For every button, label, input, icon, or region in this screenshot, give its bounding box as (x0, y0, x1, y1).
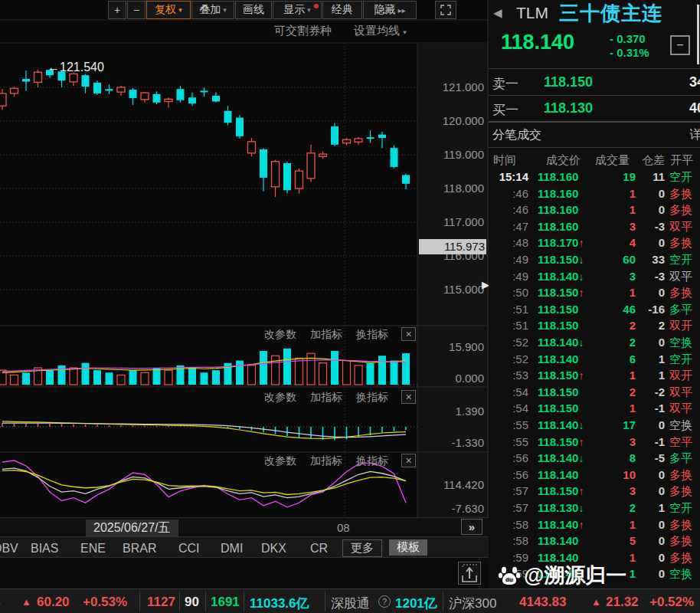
tick-open-close-flag: 空换 (669, 567, 692, 582)
export-button[interactable] (458, 562, 481, 585)
question-circle-icon[interactable]: ? (378, 595, 391, 608)
panel-menu-edit-params[interactable]: 改参数 (264, 328, 296, 342)
market-turnover[interactable]: 11033.6亿 (250, 595, 309, 612)
unchanged-count[interactable]: 90 (185, 595, 199, 610)
tab-dmi[interactable]: DMI (221, 542, 243, 556)
overlay-button[interactable]: 叠加▾ (191, 1, 234, 19)
downtick-arrow-icon: ↓ (578, 254, 584, 266)
panel-menu-edit-params[interactable]: 改参数 (264, 391, 296, 405)
tab-bias[interactable]: BIAS (31, 542, 58, 556)
date-label: 2025/06/27/五 (86, 520, 178, 537)
hs300-label[interactable]: 沪深300 (449, 595, 496, 612)
template-button[interactable]: 模板 (389, 539, 427, 556)
tick-row[interactable]: :49118.140↓3-3双平 (489, 270, 700, 287)
tick-row[interactable]: :49118.150↓6033空开 (489, 253, 700, 270)
tick-row[interactable]: :46118.16010多换 (489, 187, 700, 204)
adjust-price-button[interactable]: 复权▾ (146, 1, 191, 19)
panel-menu-switch-indicator[interactable]: 换指标 (356, 454, 388, 468)
tab-ene[interactable]: ENE (80, 542, 106, 556)
scroll-right-button[interactable]: » (461, 519, 482, 535)
price-marker-label: 115.973 (419, 239, 486, 254)
display-button[interactable]: 显示▾ (273, 1, 322, 19)
index-change[interactable]: 60.20 (37, 595, 70, 610)
northbound-amount[interactable]: 1201亿 (395, 595, 437, 612)
tick-row[interactable]: 15:14118.1601911空开 (489, 170, 700, 187)
panel-menu-switch-indicator[interactable]: 换指标 (356, 391, 388, 405)
tick-open-close-flag: 双平 (669, 220, 692, 234)
price-axis-label: 119.000 (420, 148, 484, 161)
panel-menu-add-indicator[interactable]: 加指标 (310, 454, 342, 468)
close-panel-icon[interactable]: ✕ (401, 327, 416, 341)
tick-oi-change: 0 (637, 534, 665, 547)
tab-brar[interactable]: BRAR (123, 542, 156, 556)
indicator-axis-value: 0.000 (420, 372, 484, 385)
classic-button[interactable]: 经典 (322, 1, 362, 19)
tick-volume: 6 (587, 352, 636, 366)
panel-menu-add-indicator[interactable]: 加指标 (310, 328, 342, 342)
tick-volume: 8 (587, 451, 636, 464)
zoom-in-button[interactable]: + (108, 1, 126, 19)
tick-row[interactable]: :52118.140↓20空换 (489, 336, 700, 352)
tab-cci[interactable]: CCI (178, 542, 200, 556)
panel-menu-switch-indicator[interactable]: 换指标 (356, 328, 388, 342)
tick-time: 15:14 (489, 170, 528, 183)
more-indicators-button[interactable]: 更多 (342, 539, 382, 557)
close-panel-icon[interactable]: ✕ (401, 390, 416, 404)
fullscreen-button[interactable] (435, 1, 456, 19)
close-panel-icon[interactable]: ✕ (401, 454, 416, 467)
tick-price: 118.150↑ (538, 484, 584, 497)
northbound-label[interactable]: 深股通 (331, 595, 370, 612)
tick-row[interactable]: :58118.140↑10多换 (489, 518, 700, 535)
tick-row[interactable]: :47118.1603-3双平 (489, 220, 700, 237)
tab-dkx[interactable]: DKX (261, 542, 286, 556)
tick-volume: 10 (587, 468, 636, 481)
tick-row[interactable]: :55118.140↓170空换 (489, 418, 700, 435)
tick-row[interactable]: :54118.1501-1双平 (489, 402, 700, 418)
tab-cr[interactable]: CR (310, 542, 328, 556)
tick-row[interactable]: :51118.15022双开 (489, 319, 700, 336)
indicator-axis-value: 15.900 (420, 340, 484, 353)
tick-volume: 19 (587, 170, 636, 183)
indicator-axis-value: -1.330 (420, 436, 484, 449)
decliners-count[interactable]: 1691 (211, 595, 240, 610)
tick-row[interactable]: :57118.130↓21空开 (489, 501, 700, 518)
tick-row[interactable]: :51118.15046-16多平 (489, 303, 700, 320)
tick-row[interactable]: :53118.150↑11双开 (489, 369, 700, 385)
tick-row[interactable]: :56118.140↓8-5多平 (489, 451, 700, 468)
tick-row[interactable]: :48118.170↑40多换 (489, 236, 700, 253)
hs300-change-pct[interactable]: +0.52% (649, 595, 694, 610)
price-axis-label: 121.000 (420, 80, 484, 93)
panel-menu-edit-params[interactable]: 改参数 (264, 454, 296, 468)
downtick-arrow-icon: ↓ (578, 270, 584, 283)
tick-volume: 1 (587, 369, 636, 382)
indicator-axis-value: 1.390 (420, 405, 484, 418)
zoom-out-button[interactable]: − (127, 1, 146, 19)
price-axis-label: 115.000 (420, 283, 484, 296)
tick-row[interactable]: :54118.1502-2双平 (489, 385, 700, 402)
main-chart[interactable] (0, 0, 489, 588)
draw-line-button[interactable]: 画线 (235, 1, 272, 19)
advancers-count[interactable]: 1127 (147, 595, 175, 610)
tick-row[interactable]: :50118.150↑10多换 (489, 286, 700, 303)
tick-oi-change: 0 (637, 286, 665, 299)
tick-row[interactable]: :56118.140100多换 (489, 468, 700, 485)
tick-row[interactable]: :57118.150↑30多换 (489, 484, 700, 501)
tick-row[interactable]: :55118.150↑3-1空平 (489, 435, 700, 452)
hs300-change[interactable]: 21.32 (606, 595, 639, 610)
panel-menu-add-indicator[interactable]: 加指标 (310, 391, 342, 405)
tick-price: 118.150 (538, 385, 578, 398)
deliverable-bonds-link[interactable]: 可交割券种 (274, 24, 332, 38)
tick-price: 118.130↓ (538, 501, 584, 514)
tick-row[interactable]: :46118.16010多换 (489, 203, 700, 220)
tick-open-close-flag: 空换 (669, 336, 692, 350)
tab-obv[interactable]: OBV (0, 542, 18, 556)
ma-setting-dropdown[interactable]: 设置均线 ▾ (354, 24, 407, 38)
tick-row[interactable]: :58118.14050多换 (489, 534, 700, 551)
index-change-pct[interactable]: +0.53% (83, 595, 127, 610)
hide-button[interactable]: 隐藏▸▸ (363, 1, 417, 19)
tick-open-close-flag: 空开 (669, 352, 692, 367)
hs300-value[interactable]: 4143.83 (519, 595, 566, 610)
tick-open-close-flag: 多换 (669, 484, 692, 499)
up-triangle-icon: ▲ (591, 596, 601, 608)
tick-row[interactable]: :52118.14061空开 (489, 352, 700, 369)
